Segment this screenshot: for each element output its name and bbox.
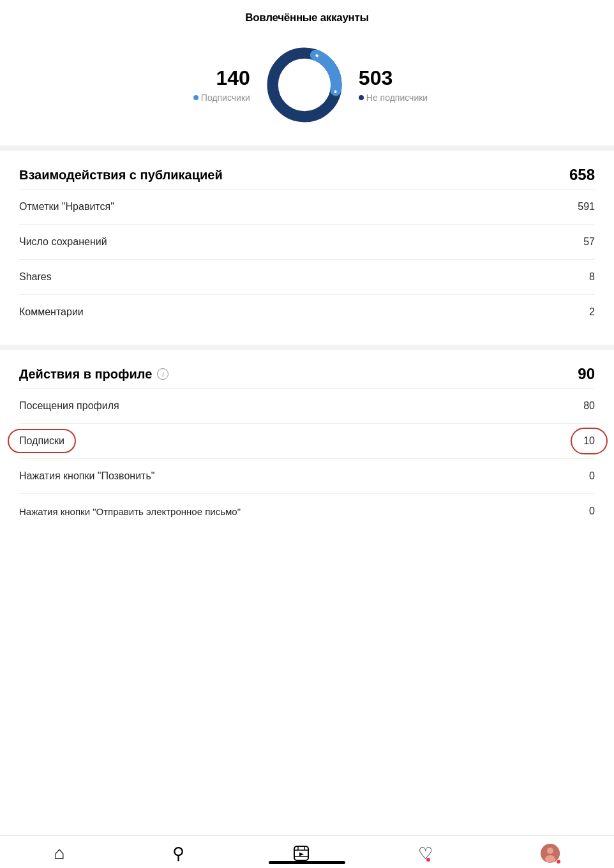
- stat-row-profile-visits: Посещения профиля 80: [19, 388, 595, 423]
- non-followers-count: 503: [359, 67, 393, 89]
- donut-chart: [263, 43, 346, 126]
- subscriptions-value: 10: [583, 435, 595, 447]
- email-button-value: 0: [589, 505, 595, 517]
- stat-row-comments: Комментарии 2: [19, 294, 595, 329]
- profile-actions-title: Действия в профиле: [19, 367, 152, 382]
- non-followers-dot: [359, 95, 364, 100]
- stat-row-shares: Shares 8: [19, 259, 595, 294]
- post-interactions-section: Взаимодействия с публикацией 658 Отметки…: [0, 151, 614, 345]
- non-followers-stat: 503 Не подписчики: [359, 67, 428, 102]
- subscriptions-label: Подписки: [19, 435, 64, 447]
- donut-section: 140 Подписчики 503 Не подписчики: [0, 31, 614, 146]
- info-icon[interactable]: i: [157, 368, 168, 380]
- stat-row-subscriptions: Подписки 10: [19, 423, 595, 458]
- followers-count: 140: [216, 67, 250, 89]
- email-button-label: Нажатия кнопки "Отправить электронное пи…: [19, 506, 241, 517]
- post-interactions-total: 658: [569, 166, 595, 184]
- call-button-value: 0: [589, 470, 595, 482]
- followers-label: Подписчики: [193, 93, 250, 103]
- stat-row-email-button: Нажатия кнопки "Отправить электронное пи…: [19, 493, 595, 528]
- profile-visits-label: Посещения профиля: [19, 400, 119, 412]
- comments-label: Комментарии: [19, 306, 84, 318]
- profile-actions-header: Действия в профиле i 90: [19, 365, 595, 383]
- profile-actions-section: Действия в профиле i 90 Посещения профил…: [0, 350, 614, 544]
- followers-dot: [193, 95, 198, 100]
- saves-label: Число сохранений: [19, 236, 107, 248]
- section-divider-2: [0, 345, 614, 350]
- shares-value: 8: [589, 271, 595, 283]
- profile-visits-value: 80: [583, 400, 595, 412]
- likes-label: Отметки "Нравится": [19, 201, 114, 213]
- page-top-text: Вовлечённые аккаунты: [0, 0, 614, 31]
- call-button-label: Нажатия кнопки "Позвонить": [19, 470, 154, 482]
- stat-row-likes: Отметки "Нравится" 591: [19, 189, 595, 224]
- stat-row-call-button: Нажатия кнопки "Позвонить" 0: [19, 458, 595, 493]
- section-divider-1: [0, 146, 614, 151]
- shares-label: Shares: [19, 271, 52, 283]
- svg-point-2: [280, 60, 329, 110]
- followers-stat: 140 Подписчики: [186, 67, 250, 102]
- profile-actions-total: 90: [578, 365, 595, 383]
- bottom-spacer: [0, 544, 614, 608]
- profile-actions-title-group: Действия в профиле i: [19, 367, 168, 382]
- post-interactions-title: Взаимодействия с публикацией: [19, 168, 223, 183]
- likes-value: 591: [578, 201, 595, 213]
- saves-value: 57: [583, 236, 595, 248]
- post-interactions-header: Взаимодействия с публикацией 658: [19, 166, 595, 184]
- stat-row-saves: Число сохранений 57: [19, 224, 595, 259]
- non-followers-label: Не подписчики: [359, 93, 428, 103]
- comments-value: 2: [589, 306, 595, 318]
